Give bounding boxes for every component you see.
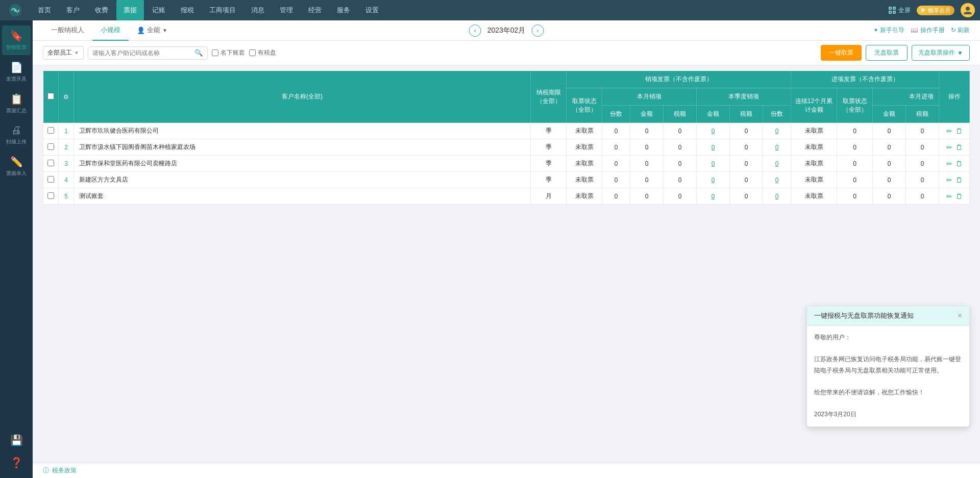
- row-ji-shui: 0: [730, 156, 763, 172]
- sidebar-item-help[interactable]: ❓: [2, 452, 31, 473]
- all-icon: 👤: [137, 27, 145, 34]
- row-xiao-fen: 0: [602, 139, 630, 156]
- nav-customer[interactable]: 客户: [59, 0, 87, 20]
- row-ji-shui: 0: [730, 139, 763, 156]
- row-checkbox[interactable]: [47, 192, 54, 199]
- tab-general-taxpayer[interactable]: 一般纳税人: [43, 20, 92, 41]
- employee-filter-select[interactable]: 全部员工 ▼: [43, 46, 84, 60]
- nav-message[interactable]: 消息: [244, 0, 272, 20]
- detail-icon[interactable]: 🗒: [955, 127, 963, 135]
- bottom-bar: ⓘ 税务政策: [33, 463, 980, 478]
- manual-link[interactable]: 📖 操作手册: [911, 26, 944, 35]
- new-guide-link[interactable]: ✦ 新手引导: [873, 26, 904, 35]
- detail-icon[interactable]: 🗒: [955, 160, 963, 168]
- tax-policy-link[interactable]: 税务政策: [52, 466, 77, 475]
- tab-small-scale[interactable]: 小规模: [92, 20, 129, 41]
- row-ji-jin: 0: [697, 188, 730, 205]
- row-checkbox[interactable]: [47, 176, 54, 183]
- nav-tax[interactable]: 报税: [174, 0, 201, 20]
- row-xiao-fen: 0: [602, 188, 630, 205]
- row-xiao-status: 未取票: [567, 156, 602, 172]
- notification-close-button[interactable]: ×: [958, 311, 962, 320]
- nav-invoice[interactable]: 票据: [116, 0, 144, 20]
- row-jin-status: 未取票: [791, 139, 837, 156]
- nav-service[interactable]: 服务: [330, 0, 357, 20]
- nav-home[interactable]: 首页: [31, 0, 58, 20]
- notification-text: 尊敬的用户： 江苏政务网已恢复访问电子税务局功能，易代账一键登陆电子税务局与无盘…: [814, 332, 962, 420]
- checkbox-has-disk[interactable]: 有税盘: [249, 48, 276, 57]
- tab-all[interactable]: 👤 全能 ▼: [129, 20, 176, 41]
- chevron-down-icon: ▼: [74, 50, 79, 56]
- detail-icon[interactable]: 🗒: [955, 192, 963, 200]
- prev-month-button[interactable]: ‹: [469, 24, 481, 37]
- row-checkbox[interactable]: [47, 160, 54, 166]
- svg-point-1: [14, 9, 16, 11]
- detail-icon[interactable]: 🗒: [955, 176, 963, 184]
- sidebar-item-invoice-open[interactable]: 📄 发票开具: [2, 57, 31, 87]
- notification-body: 尊敬的用户： 江苏政务网已恢复访问电子税务局功能，易代账一键登陆电子税务局与无盘…: [807, 326, 969, 426]
- top-navigation: 首页 客户 收费 票据 记账 报税 工商项目 消息 管理 经营 服务 设置 全屏…: [0, 0, 980, 20]
- nav-manage[interactable]: 管理: [273, 0, 300, 20]
- row-checkbox[interactable]: [47, 127, 54, 134]
- detail-icon[interactable]: 🗒: [955, 143, 963, 152]
- sidebar-item-invoice-summary[interactable]: 📋 票据汇总: [2, 89, 31, 118]
- search-button[interactable]: 🔍: [190, 47, 207, 59]
- col-tax-period: 纳税期限（全部）: [531, 71, 567, 123]
- row-period: 季: [531, 123, 567, 139]
- row-jin-shui: 0: [906, 156, 939, 172]
- row-checkbox-cell[interactable]: [43, 123, 59, 139]
- row-leiji-12: 0: [763, 139, 791, 156]
- row-jin-fen: 0: [837, 139, 873, 156]
- sidebar-item-scan-upload[interactable]: 🖨 扫描上传: [2, 120, 31, 149]
- nav-fee[interactable]: 收费: [88, 0, 115, 20]
- col-customer-name: 客户名称(全部): [74, 71, 531, 123]
- row-checkbox-cell[interactable]: [43, 139, 59, 156]
- edit-icon[interactable]: ✏: [946, 192, 952, 200]
- nav-business[interactable]: 工商项目: [202, 0, 243, 20]
- edit-icon[interactable]: ✏: [946, 160, 952, 168]
- sidebar-item-download[interactable]: 💾: [2, 430, 31, 450]
- fullscreen-btn[interactable]: 全屏: [889, 6, 911, 15]
- sidebar-item-invoice-entry[interactable]: ✏️ 票据录入: [2, 152, 31, 181]
- row-checkbox[interactable]: [47, 143, 54, 150]
- edit-icon[interactable]: ✏: [946, 127, 952, 135]
- row-checkbox-cell[interactable]: [43, 156, 59, 172]
- row-ji-jin: 0: [697, 156, 730, 172]
- row-jin-status: 未取票: [791, 172, 837, 188]
- select-all-checkbox[interactable]: [47, 93, 54, 99]
- nav-settings[interactable]: 设置: [358, 0, 386, 20]
- search-icon: 🔍: [194, 49, 203, 57]
- no-disk-fetch-button[interactable]: 无盘取票: [866, 45, 908, 61]
- vip-button[interactable]: ▶ 畅享会员: [917, 6, 954, 15]
- row-jin-fen: 0: [837, 123, 873, 139]
- no-disk-ops-button[interactable]: 无盘取票操作 ▼: [912, 45, 970, 61]
- edit-icon[interactable]: ✏: [946, 143, 952, 152]
- one-key-fetch-button[interactable]: 一键取票: [821, 45, 862, 61]
- checkbox-under-accounts[interactable]: 名下账套: [212, 48, 245, 57]
- sidebar-item-smart-ticket[interactable]: 🔖 智能取票: [2, 26, 31, 55]
- nav-operation[interactable]: 经营: [301, 0, 329, 20]
- row-ji-shui: 0: [730, 172, 763, 188]
- col-jin-jin: 金额: [873, 106, 906, 123]
- col-jin-fen: 份数: [763, 106, 791, 123]
- row-checkbox-cell[interactable]: [43, 172, 59, 188]
- nav-accounting[interactable]: 记账: [145, 0, 173, 20]
- help-icon: ❓: [10, 457, 23, 469]
- row-jin-status: 未取票: [791, 188, 837, 205]
- search-wrapper: 🔍: [88, 46, 208, 60]
- svg-rect-5: [893, 11, 895, 13]
- next-month-button[interactable]: ›: [531, 24, 544, 37]
- row-ji-jin: 0: [697, 123, 730, 139]
- has-disk-checkbox[interactable]: [249, 49, 256, 56]
- search-input[interactable]: [88, 47, 190, 59]
- edit-icon[interactable]: ✏: [946, 176, 952, 184]
- under-accounts-checkbox[interactable]: [212, 49, 218, 56]
- user-avatar[interactable]: [961, 3, 975, 17]
- invoice-table: ⚙ 客户名称(全部) 纳税期限（全部） 销项发票（不含作废票） 进项发票（不含作…: [43, 70, 970, 205]
- sidebar: 🔖 智能取票 📄 发票开具 📋 票据汇总 🖨 扫描上传 ✏️ 票据录入 💾 ❓: [0, 20, 33, 478]
- row-checkbox-cell[interactable]: [43, 188, 59, 205]
- settings-icon[interactable]: ⚙: [63, 93, 69, 100]
- logo[interactable]: [5, 0, 26, 20]
- col-jin-shui: 税额: [906, 106, 939, 123]
- refresh-link[interactable]: ↻ 刷新: [951, 26, 970, 35]
